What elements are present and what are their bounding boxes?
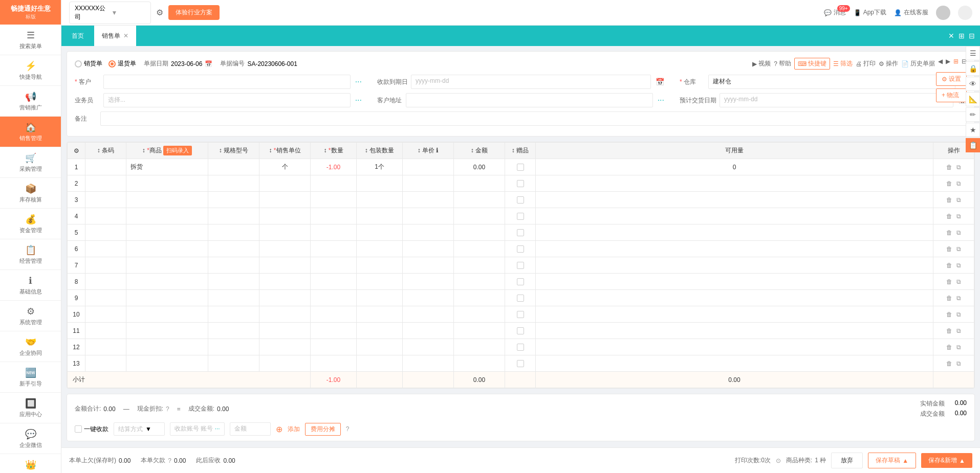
- cell-qty[interactable]: [311, 208, 357, 224]
- copy-icon[interactable]: ⧉: [956, 262, 961, 269]
- company-selector[interactable]: XXXXXX公司 ▼: [69, 2, 151, 24]
- sidebar-item-quick-nav[interactable]: ⚡ 快捷导航: [0, 55, 61, 86]
- print-count-icon[interactable]: ⊙: [776, 457, 781, 464]
- tab-close-icon[interactable]: ✕: [123, 32, 128, 39]
- copy-icon[interactable]: ⧉: [956, 344, 961, 351]
- sidebar-item-basic[interactable]: ℹ 基础信息: [0, 270, 61, 301]
- copy-icon[interactable]: ⧉: [956, 196, 961, 204]
- delete-icon[interactable]: 🗑: [946, 229, 952, 236]
- cell-product[interactable]: [126, 175, 208, 192]
- cell-price[interactable]: [403, 355, 454, 372]
- cell-qty[interactable]: [311, 306, 357, 323]
- receive-date-input[interactable]: yyyy-mm-dd: [411, 75, 651, 89]
- cell-spec[interactable]: [208, 355, 259, 372]
- cell-qty[interactable]: [311, 192, 357, 208]
- right-panel-btn-6[interactable]: ★: [966, 123, 980, 137]
- delete-icon[interactable]: 🗑: [946, 245, 952, 253]
- cell-spec[interactable]: [208, 192, 259, 208]
- copy-icon[interactable]: ⧉: [956, 311, 961, 318]
- delete-icon[interactable]: 🗑: [946, 327, 952, 334]
- th-price[interactable]: ↕ 单价 ℹ: [403, 143, 454, 159]
- cell-unit[interactable]: 个: [259, 159, 311, 175]
- total-owed-info[interactable]: ?: [168, 457, 171, 464]
- cell-spec[interactable]: [208, 323, 259, 339]
- cell-barcode[interactable]: [85, 208, 126, 224]
- th-pkg-qty[interactable]: ↕ 包装数量: [357, 143, 403, 159]
- cell-price[interactable]: [403, 224, 454, 241]
- cell-amount[interactable]: [454, 192, 505, 208]
- header-settings-icon[interactable]: ⚙: [156, 8, 163, 17]
- th-barcode[interactable]: ↕ 条码: [85, 143, 126, 159]
- cell-product[interactable]: [126, 241, 208, 257]
- copy-icon[interactable]: ⧉: [956, 164, 961, 171]
- cell-gift[interactable]: [505, 274, 536, 290]
- cell-amount[interactable]: [454, 290, 505, 306]
- th-settings[interactable]: ⚙: [68, 143, 85, 159]
- cell-barcode[interactable]: [85, 355, 126, 372]
- right-panel-btn-3[interactable]: 👁: [966, 77, 980, 91]
- message-btn[interactable]: 💬 消息 99+: [824, 8, 846, 17]
- cell-qty[interactable]: [311, 257, 357, 274]
- shortcut-btn[interactable]: ⌨ 快捷键: [794, 58, 830, 70]
- remark-input[interactable]: [100, 111, 967, 126]
- cell-price[interactable]: [403, 208, 454, 224]
- cell-gift[interactable]: [505, 192, 536, 208]
- print-btn[interactable]: 🖨 打印: [856, 58, 876, 70]
- cell-barcode[interactable]: [85, 175, 126, 192]
- cell-gift[interactable]: [505, 175, 536, 192]
- receive-date-calendar-icon[interactable]: 📅: [656, 78, 664, 86]
- cell-product[interactable]: [126, 224, 208, 241]
- sidebar-item-member[interactable]: 👑 畅会员: [0, 454, 61, 473]
- cell-barcode[interactable]: [85, 192, 126, 208]
- sidebar-item-finance[interactable]: 💰 资金管理: [0, 209, 61, 239]
- cell-spec[interactable]: [208, 274, 259, 290]
- tab-home[interactable]: 首页: [61, 26, 94, 46]
- settings-button[interactable]: ⚙ 设置: [936, 72, 967, 86]
- tab-close-all-icon[interactable]: ✕: [948, 32, 954, 40]
- cell-gift[interactable]: [505, 323, 536, 339]
- delete-icon[interactable]: 🗑: [946, 213, 952, 220]
- copy-icon[interactable]: ⧉: [956, 213, 961, 220]
- cell-pkg-qty[interactable]: [357, 175, 403, 192]
- cell-qty[interactable]: [311, 241, 357, 257]
- cell-amount[interactable]: [454, 274, 505, 290]
- sidebar-item-wechat[interactable]: 💬 企业微信: [0, 423, 61, 454]
- th-amount[interactable]: ↕ 金额: [454, 143, 505, 159]
- cell-price[interactable]: [403, 290, 454, 306]
- cell-product[interactable]: [126, 257, 208, 274]
- cell-amount[interactable]: [454, 306, 505, 323]
- cell-pkg-qty[interactable]: [357, 290, 403, 306]
- cell-qty[interactable]: -1.00: [311, 159, 357, 175]
- prev-icon[interactable]: ◀: [938, 58, 943, 70]
- cell-pkg-qty[interactable]: [357, 208, 403, 224]
- tab-layout-icon[interactable]: ⊞: [959, 32, 965, 40]
- delete-icon[interactable]: 🗑: [946, 262, 952, 269]
- cell-spec[interactable]: [208, 241, 259, 257]
- cell-spec[interactable]: [208, 290, 259, 306]
- cell-qty[interactable]: [311, 175, 357, 192]
- cell-unit[interactable]: [259, 290, 311, 306]
- cell-amount[interactable]: [454, 224, 505, 241]
- copy-icon[interactable]: ⧉: [956, 180, 961, 187]
- user-avatar-2[interactable]: [958, 6, 972, 20]
- cell-gift[interactable]: [505, 208, 536, 224]
- cell-price[interactable]: [403, 257, 454, 274]
- list-view-icon[interactable]: ⊞: [953, 58, 959, 70]
- delete-icon[interactable]: 🗑: [946, 344, 952, 351]
- delete-icon[interactable]: 🗑: [946, 278, 952, 285]
- cell-barcode[interactable]: [85, 241, 126, 257]
- cell-price[interactable]: [403, 306, 454, 323]
- cell-pkg-qty[interactable]: [357, 306, 403, 323]
- video-btn[interactable]: ▶ 视频: [752, 58, 771, 70]
- delete-icon[interactable]: 🗑: [946, 295, 952, 302]
- copy-icon[interactable]: ⧉: [956, 278, 961, 285]
- cell-product[interactable]: [126, 274, 208, 290]
- cell-gift[interactable]: [505, 241, 536, 257]
- logistics-button[interactable]: + 物流: [936, 88, 967, 102]
- cell-spec[interactable]: [208, 306, 259, 323]
- radio-sales-order[interactable]: 销货单: [75, 59, 102, 68]
- cell-gift[interactable]: [505, 355, 536, 372]
- cell-unit[interactable]: [259, 224, 311, 241]
- cell-gift[interactable]: [505, 159, 536, 175]
- cell-spec[interactable]: [208, 175, 259, 192]
